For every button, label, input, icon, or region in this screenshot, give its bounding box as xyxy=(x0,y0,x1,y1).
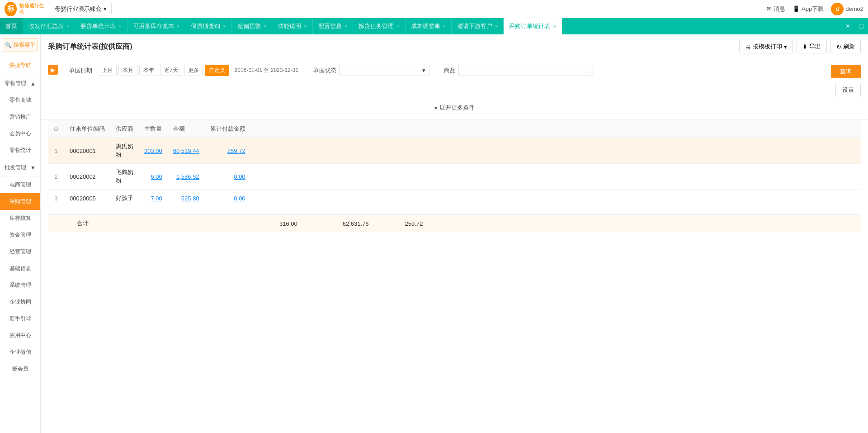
tab-caigou-active[interactable]: 采购订单统计表 × xyxy=(504,18,561,34)
sidebar-item-vip[interactable]: 畅会员 xyxy=(0,361,40,377)
nav-maximize-btn[interactable]: □ xyxy=(854,22,868,30)
app-download-btn[interactable]: 📱 App下载 xyxy=(793,5,824,13)
tab-jianhuo[interactable]: 拣货任务管理 × xyxy=(353,18,405,34)
sidebar-search-area: 🔍 搜索菜单 xyxy=(0,34,40,56)
tab-kuyong-label: 可用量库存账本 xyxy=(133,22,174,30)
sidebar-item-guide[interactable]: 新手引导 xyxy=(0,310,40,327)
tab-yaoqing[interactable]: 邀请下游客户 × xyxy=(452,18,504,34)
status-select-icon: ▾ xyxy=(422,67,425,74)
user-area[interactable]: d demo2 xyxy=(831,3,863,15)
expand-more-label: 展开更多条件 xyxy=(439,104,475,112)
export-button[interactable]: ⬇ 导出 xyxy=(797,40,827,53)
tab-caigou-close[interactable]: × xyxy=(553,24,556,29)
tab-gongneng-close[interactable]: × xyxy=(304,24,307,29)
footer-amount: 62,631.76 xyxy=(343,220,369,227)
sidebar-item-wechat[interactable]: 企业微信 xyxy=(0,344,40,361)
sidebar-item-collab[interactable]: 企业协同 xyxy=(0,294,40,310)
filter-expand-arrow[interactable]: ▶ xyxy=(48,65,58,75)
sidebar-item-quicknav[interactable]: 快捷导航 xyxy=(0,58,40,73)
tab-gongneng[interactable]: 功能说明 × xyxy=(272,18,312,34)
print-button[interactable]: 🖨 按模板打印 ▾ xyxy=(739,40,793,53)
workspace-name: 母婴行业演示账套 xyxy=(55,5,102,13)
col-settings[interactable]: ⚙ xyxy=(48,120,64,138)
nav-close-btn[interactable]: × xyxy=(841,22,854,30)
wholesale-arrow-icon: ▼ xyxy=(30,165,36,171)
quicknav-label: 快捷导航 xyxy=(9,62,31,69)
tab-shoufacun[interactable]: 收发存汇总表 × xyxy=(23,18,75,34)
tab-jianhuo-label: 拣货任务管理 xyxy=(359,22,394,30)
table-row: 2 00020002 飞鹤奶粉 6.00 1,586.52 0.00 xyxy=(48,164,861,190)
sidebar-item-system[interactable]: 系统管理 xyxy=(0,277,40,294)
status-select[interactable]: ▾ xyxy=(339,65,429,76)
sidebar-item-mall[interactable]: 零售商城 xyxy=(0,92,40,109)
row-amount-2: 1,586.52 xyxy=(168,164,205,190)
date-btn-custom[interactable]: 自定义 xyxy=(205,65,229,76)
tab-yaohuo[interactable]: 要货单统计表 × xyxy=(75,18,127,34)
tab-chengben-close[interactable]: × xyxy=(443,24,446,29)
logo-icon: 标 xyxy=(5,2,17,16)
date-btn-more[interactable]: 更多 xyxy=(184,65,203,76)
goods-filter-label: 商品 xyxy=(444,67,456,75)
row-extra-1 xyxy=(251,138,861,164)
tab-home[interactable]: 首页 xyxy=(0,18,23,34)
workspace-selector[interactable]: 母婴行业演示账套 ▾ xyxy=(50,3,112,15)
wechat-label: 企业微信 xyxy=(9,348,31,356)
tab-peizhi-close[interactable]: × xyxy=(344,24,347,29)
filter-row-1: 单据日期 上月 本月 本年 近7天 更多 自定义 2016-01-01 至 20… xyxy=(69,65,824,76)
query-section: 查询 设置 xyxy=(831,65,861,97)
row-paid-1: 259.72 xyxy=(205,138,251,164)
tab-chengben-label: 成本调整单 xyxy=(411,22,440,30)
goods-input[interactable]: … xyxy=(458,65,594,76)
finance-label: 资金管理 xyxy=(9,231,31,239)
tab-chaochu-close[interactable]: × xyxy=(264,24,266,29)
sidebar-item-ecommerce[interactable]: 电商管理 xyxy=(0,176,40,193)
expand-more-btn[interactable]: ▾ 展开更多条件 xyxy=(434,104,475,112)
goods-more-icon: … xyxy=(584,67,590,74)
row-amount-3: 525.80 xyxy=(168,190,205,207)
sidebar-item-retail-stat[interactable]: 零售统计 xyxy=(0,142,40,159)
tab-peizhi[interactable]: 配置信息 × xyxy=(313,18,353,34)
refresh-button[interactable]: ↻ 刷新 xyxy=(830,40,861,53)
sidebar-item-operation[interactable]: 经营管理 xyxy=(0,243,40,260)
row-num-3: 3 xyxy=(48,190,64,207)
status-filter-label: 单据状态 xyxy=(313,67,336,75)
date-btn-7days[interactable]: 近7天 xyxy=(160,65,182,76)
member-label: 会员中心 xyxy=(9,130,31,138)
tab-baozhi[interactable]: 保质期查询 × xyxy=(185,18,231,34)
tab-yaoqing-close[interactable]: × xyxy=(495,24,498,29)
row-num-2: 2 xyxy=(48,164,64,190)
sidebar-item-appcenter[interactable]: 应用中心 xyxy=(0,327,40,344)
app-download-label: App下载 xyxy=(802,5,824,13)
tab-kuyong-close[interactable]: × xyxy=(177,24,179,29)
tab-kuyong[interactable]: 可用量库存账本 × xyxy=(127,18,185,34)
row-supplier-2: 飞鹤奶粉 xyxy=(110,164,139,190)
tab-baozhi-close[interactable]: × xyxy=(223,24,226,29)
sidebar-item-wholesale[interactable]: 批发管理 ▼ xyxy=(0,159,40,176)
tab-yaohuo-close[interactable]: × xyxy=(118,24,121,29)
date-btn-this-month[interactable]: 本月 xyxy=(118,65,137,76)
date-btn-this-year[interactable]: 本年 xyxy=(139,65,158,76)
sidebar-item-finance[interactable]: 资金管理 xyxy=(0,227,40,243)
query-button[interactable]: 查询 xyxy=(831,65,861,78)
sidebar-group-retail: 零售管理 ▲ 零售商城 营销推广 会员中心 零售统计 xyxy=(0,75,40,159)
message-btn[interactable]: ✉ 消息 xyxy=(767,5,785,13)
sidebar-item-member[interactable]: 会员中心 xyxy=(0,125,40,142)
date-btn-last-month[interactable]: 上月 xyxy=(98,65,117,76)
search-menu-btn[interactable]: 🔍 搜索菜单 xyxy=(3,38,38,52)
sidebar-item-retail[interactable]: 零售管理 ▲ xyxy=(0,75,40,92)
sidebar-item-basic[interactable]: 基础信息 xyxy=(0,260,40,277)
tab-shoufacun-close[interactable]: × xyxy=(66,24,69,29)
tab-chaochu[interactable]: 超储预警 × xyxy=(232,18,272,34)
footer-quantity: 316.00 xyxy=(279,220,297,227)
settings-button[interactable]: 设置 xyxy=(835,83,861,97)
sidebar-item-inventory[interactable]: 库存核算 xyxy=(0,210,40,227)
col-amount: 金额 xyxy=(168,120,205,138)
sidebar-item-purchase[interactable]: 采购管理 xyxy=(0,193,40,210)
tab-chengben[interactable]: 成本调整单 × xyxy=(406,18,452,34)
tab-jianhuo-close[interactable]: × xyxy=(396,24,399,29)
basic-label: 基础信息 xyxy=(9,265,31,272)
retail-label: 零售管理 xyxy=(5,80,26,87)
sidebar-item-marketing[interactable]: 营销推广 xyxy=(0,109,40,125)
tab-gongneng-label: 功能说明 xyxy=(278,22,301,30)
row-code-2: 00020002 xyxy=(64,164,110,190)
